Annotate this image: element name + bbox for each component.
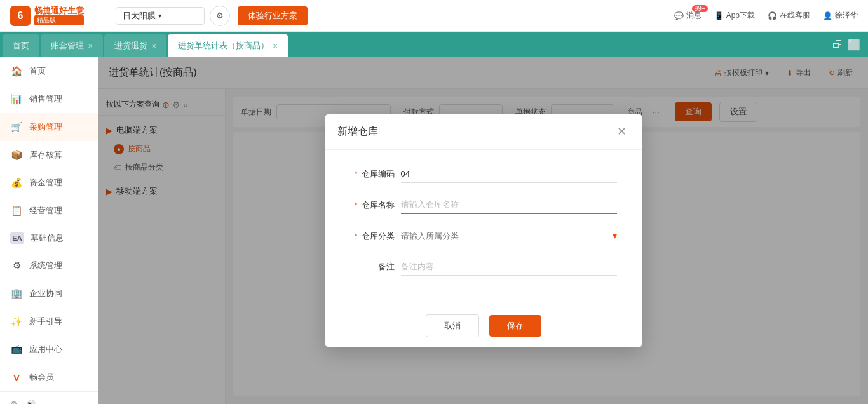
sidebar-guide-label: 新手引导 <box>29 316 62 327</box>
message-icon: 💬 <box>674 11 684 20</box>
tab-purchase-stats-close-icon[interactable]: ✕ <box>273 43 278 50</box>
warehouse-note-row: 备注 <box>350 258 617 276</box>
online-service-label: 在线客服 <box>780 10 810 21</box>
sidebar-sound-icon[interactable]: 🔊 <box>25 400 36 404</box>
operations-icon: 📋 <box>10 205 23 217</box>
home-icon: 🏠 <box>10 65 23 77</box>
warehouse-category-label: * 仓库分类 <box>350 231 401 242</box>
sidebar-item-operations[interactable]: 📋 经营管理 <box>0 197 98 225</box>
content-area: 进货单统计(按商品) 🖨 按模板打印 ▾ ⬇ 导出 ↻ 刷新 <box>98 57 868 404</box>
basic-info-icon: EA <box>10 232 24 244</box>
store-selector[interactable]: 日太阳膜 ▾ <box>116 7 205 25</box>
user-avatar[interactable]: 👤 徐泽华 <box>823 10 858 21</box>
modal-overlay: 新增仓库 ✕ * 仓库编码 * <box>98 57 868 404</box>
sidebar: 🏠 首页 📊 销售管理 🛒 采购管理 📦 库存核算 💰 资金管理 📋 经营管理 … <box>0 57 98 404</box>
modal-close-button[interactable]: ✕ <box>614 124 630 139</box>
warehouse-category-select[interactable]: ▾ <box>401 227 617 245</box>
logo-badge: 精品版 <box>34 15 84 25</box>
message-badge: 99+ <box>692 5 708 12</box>
warehouse-code-label: * 仓库编码 <box>350 168 401 180</box>
experience-button[interactable]: 体验行业方案 <box>238 6 308 25</box>
sidebar-item-guide[interactable]: ✨ 新手引导 <box>0 307 98 335</box>
warehouse-note-label: 备注 <box>350 261 401 273</box>
online-service-button[interactable]: 🎧 在线客服 <box>768 10 810 21</box>
finance-icon: 💰 <box>10 177 23 189</box>
guide-icon: ✨ <box>10 315 23 328</box>
warehouse-code-row: * 仓库编码 <box>350 165 617 183</box>
tab-bar: 首页 账套管理 ✕ 进货退货 ✕ 进货单统计表（按商品） ✕ 🗗 ⬜ <box>0 32 868 57</box>
sidebar-item-enterprise[interactable]: 🏢 企业协同 <box>0 279 98 307</box>
sidebar-apps-label: 应用中心 <box>29 344 62 355</box>
warehouse-category-input[interactable] <box>401 231 613 241</box>
tab-purchase-return-close-icon[interactable]: ✕ <box>151 43 156 50</box>
tab-home[interactable]: 首页 <box>3 34 39 57</box>
sidebar-sales-label: 销售管理 <box>29 93 62 105</box>
app-download-label: App下载 <box>726 10 755 21</box>
sales-icon: 📊 <box>10 93 23 105</box>
warehouse-note-input[interactable] <box>401 258 617 276</box>
member-icon: V <box>10 371 23 384</box>
warehouse-code-input[interactable] <box>401 165 617 183</box>
mobile-icon: 📱 <box>714 11 724 20</box>
sidebar-settings-icon[interactable]: ⚙ <box>10 400 18 404</box>
main-layout: 🏠 首页 📊 销售管理 🛒 采购管理 📦 库存核算 💰 资金管理 📋 经营管理 … <box>0 57 868 404</box>
tab-account[interactable]: 账套管理 ✕ <box>41 34 103 57</box>
tab-purchase-stats-label: 进货单统计表（按商品） <box>178 40 269 51</box>
sidebar-item-inventory[interactable]: 📦 库存核算 <box>0 141 98 169</box>
tab-account-close-icon[interactable]: ✕ <box>88 43 93 50</box>
modal-header: 新增仓库 ✕ <box>325 114 642 150</box>
save-button[interactable]: 保存 <box>489 315 541 337</box>
warehouse-category-row: * 仓库分类 ▾ <box>350 227 617 245</box>
category-dropdown-icon: ▾ <box>613 231 617 241</box>
user-name: 徐泽华 <box>835 10 858 21</box>
logo-area: 6 畅捷通好生意 精品版 <box>10 6 105 26</box>
sidebar-item-apps[interactable]: 📺 应用中心 <box>0 335 98 363</box>
cancel-button[interactable]: 取消 <box>426 314 479 337</box>
sidebar-home-label: 首页 <box>29 65 46 77</box>
enterprise-icon: 🏢 <box>10 287 23 300</box>
sidebar-item-home[interactable]: 🏠 首页 <box>0 57 98 85</box>
tab-window-actions: 🗗 ⬜ <box>832 32 865 57</box>
tab-purchase-return[interactable]: 进货退货 ✕ <box>104 34 166 57</box>
sidebar-item-sales[interactable]: 📊 销售管理 <box>0 85 98 113</box>
headset-icon: 🎧 <box>768 11 777 20</box>
sidebar-member-label: 畅会员 <box>29 372 54 383</box>
sidebar-item-system[interactable]: ⚙ 系统管理 <box>0 252 98 279</box>
tab-home-label: 首页 <box>13 40 29 51</box>
logo-name: 畅捷通好生意 <box>34 6 84 16</box>
sidebar-finance-label: 资金管理 <box>29 177 62 189</box>
system-icon: ⚙ <box>10 259 23 272</box>
sidebar-system-label: 系统管理 <box>29 260 62 271</box>
sidebar-inventory-label: 库存核算 <box>29 149 62 161</box>
warehouse-name-label: * 仓库名称 <box>350 199 401 211</box>
apps-icon: 📺 <box>10 343 23 356</box>
sidebar-item-basic-info[interactable]: EA 基础信息 <box>0 225 98 252</box>
warehouse-name-row: * 仓库名称 <box>350 196 617 214</box>
top-header: 6 畅捷通好生意 精品版 日太阳膜 ▾ ⚙ 体验行业方案 💬 消息 99+ 📱 … <box>0 0 868 32</box>
store-name: 日太阳膜 <box>123 10 156 22</box>
messages-button[interactable]: 💬 消息 99+ <box>674 10 702 21</box>
header-right: 💬 消息 99+ 📱 App下载 🎧 在线客服 👤 徐泽华 <box>674 10 858 21</box>
modal-title: 新增仓库 <box>337 125 378 138</box>
maximize-window-button[interactable]: ⬜ <box>848 39 860 51</box>
warehouse-name-input[interactable] <box>401 196 617 214</box>
sidebar-item-member[interactable]: V 畅会员 <box>0 363 98 391</box>
sidebar-item-finance[interactable]: 💰 资金管理 <box>0 169 98 197</box>
sidebar-operations-label: 经营管理 <box>29 205 62 217</box>
gear-icon: ⚙ <box>216 11 224 20</box>
logo-icon: 6 <box>10 6 31 26</box>
app-download-button[interactable]: 📱 App下载 <box>714 10 755 21</box>
tab-purchase-stats[interactable]: 进货单统计表（按商品） ✕ <box>168 34 288 57</box>
inventory-icon: 📦 <box>10 149 23 161</box>
store-chevron-icon: ▾ <box>158 12 161 19</box>
sidebar-purchase-label: 采购管理 <box>29 121 62 133</box>
sidebar-item-purchase[interactable]: 🛒 采购管理 <box>0 113 98 141</box>
tab-account-label: 账套管理 <box>51 40 84 51</box>
sidebar-basic-info-label: 基础信息 <box>31 232 64 244</box>
sidebar-bottom: ⚙ 🔊 <box>0 391 98 404</box>
settings-gear-button[interactable]: ⚙ <box>210 6 230 26</box>
modal-body: * 仓库编码 * 仓库名称 <box>325 150 642 304</box>
sidebar-enterprise-label: 企业协同 <box>29 288 62 299</box>
modal-footer: 取消 保存 <box>325 304 642 347</box>
restore-window-button[interactable]: 🗗 <box>832 39 843 50</box>
